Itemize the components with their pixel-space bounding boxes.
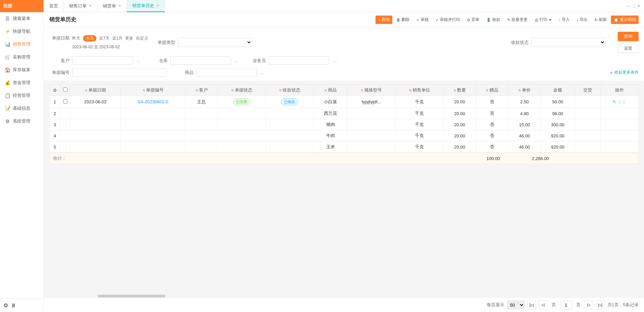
delete-button[interactable]: 🗑 删除	[394, 16, 412, 24]
warehouse-dots[interactable]: ...	[235, 58, 239, 63]
sidebar-item-system[interactable]: ⚙ 系统管理	[0, 115, 44, 128]
page-next-button[interactable]: ▷	[585, 301, 593, 309]
tab-sales-history-label: 销货单历史	[132, 3, 154, 9]
docno-input[interactable]	[72, 68, 167, 77]
collapse-button[interactable]: ∧ 收起更多条件	[610, 70, 639, 75]
col-settings[interactable]: ⚙	[50, 85, 60, 96]
scrollbar-thumb[interactable]	[98, 295, 165, 297]
tab-sales-order-label: 销售订单	[69, 3, 87, 9]
cell-row-num: 2	[50, 108, 60, 119]
shortcut-1month[interactable]: 近1月	[112, 35, 123, 41]
new-button[interactable]: + 新增	[375, 16, 392, 24]
doc-no-link[interactable]: SA-20230602-0	[138, 99, 168, 104]
shortcut-yesterday[interactable]: 昨天	[72, 35, 80, 41]
more-action[interactable]: ⋮⋮	[618, 100, 626, 104]
page-number-input[interactable]	[560, 301, 572, 309]
sidebar-item-basic-info[interactable]: 📝 基础信息	[0, 102, 44, 115]
cell-qty: 20.00	[443, 96, 476, 108]
tab-sales-order-close[interactable]: ✕	[89, 4, 92, 8]
footer-total-amount: 2,286.00	[513, 156, 567, 161]
sidebar-item-purchase-mgmt[interactable]: 🛒 采购管理	[0, 51, 44, 63]
select-all-checkbox[interactable]	[63, 87, 67, 92]
horizontal-scrollbar[interactable]	[44, 294, 644, 297]
system-icon: ⚙	[5, 119, 10, 124]
cell-customer	[185, 119, 218, 130]
query-button[interactable]: 查询	[618, 32, 639, 41]
sidebar-pause-icon[interactable]: ⏸	[11, 303, 16, 309]
table-row: 4 牛肉 千克 20.00 否 46.00 920.00	[50, 130, 639, 141]
col-actions: 操作	[600, 85, 638, 96]
purchase-mgmt-icon: 🛒	[5, 54, 10, 60]
col-spec[interactable]: ⇅规格型号	[347, 85, 395, 96]
col-gift[interactable]: ⇅赠品	[476, 85, 508, 96]
filter-row-3: 单据编号 商品 ... ∧ 收起更多条件	[49, 68, 639, 77]
cell-customer: 王总	[185, 96, 218, 108]
goods-input[interactable]	[196, 68, 257, 77]
cell-doc-status	[218, 119, 265, 130]
cell-checkbox	[60, 130, 71, 141]
tab-sales-history-close[interactable]: ✕	[156, 3, 159, 8]
page-last-button[interactable]: ▷|	[596, 301, 605, 309]
sidebar-item-finance[interactable]: 💰 资金管理	[0, 76, 44, 89]
salesperson-input[interactable]	[269, 56, 329, 65]
print-button[interactable]: 🖨 打印 ▼	[532, 16, 555, 24]
sidebar-item-inventory[interactable]: 🏠 库存核算	[0, 63, 44, 76]
collect-button[interactable]: 💲 收款	[483, 16, 503, 24]
col-customer[interactable]: ⇅客户	[185, 85, 218, 96]
customer-dots[interactable]: ...	[137, 58, 141, 63]
page-first-button[interactable]: |◁	[527, 301, 536, 309]
sidebar-item-sales-mgmt[interactable]: 📊 销售管理	[0, 38, 44, 51]
per-page-label: 每页显示	[487, 302, 504, 308]
batch-change-button[interactable]: ✎ 批量变更	[504, 16, 530, 24]
goods-dots[interactable]: ...	[261, 70, 265, 75]
tab-sales-history[interactable]: 销货单历史 ✕	[127, 0, 165, 12]
tabs-maximize-icon[interactable]: □	[633, 3, 635, 8]
cell-checkbox	[60, 119, 71, 130]
tab-home-label: 首页	[49, 3, 58, 9]
tabs-minimize-icon[interactable]: —	[626, 3, 631, 8]
sidebar-gear-icon[interactable]: ⚙	[3, 302, 8, 309]
customer-input[interactable]	[72, 56, 133, 65]
tab-sales-order[interactable]: 销售订单 ✕	[64, 0, 97, 12]
col-qty[interactable]: ⇅数量	[443, 85, 476, 96]
doc-type-select[interactable]	[178, 38, 252, 47]
row-checkbox[interactable]	[63, 99, 67, 104]
audit-button[interactable]: ✓ 审核	[414, 16, 431, 24]
tab-home[interactable]: 首页	[44, 0, 64, 12]
warehouse-input[interactable]	[170, 56, 231, 65]
abandon-button[interactable]: ⊘ 弃审	[464, 16, 482, 24]
col-goods[interactable]: ⇅商品	[314, 85, 347, 96]
import-button[interactable]: ↑ 导入	[556, 16, 572, 24]
sidebar-item-quick-nav[interactable]: ⚡ 快捷导航	[0, 25, 44, 38]
edit-action[interactable]: ✎	[613, 100, 616, 104]
col-price[interactable]: ⇅单价	[508, 85, 541, 96]
col-date[interactable]: ⇅单据日期	[71, 85, 121, 96]
sidebar-item-operation[interactable]: 📋 经营管理	[0, 89, 44, 102]
shortcut-today[interactable]: 今天	[83, 35, 96, 42]
show-detail-button[interactable]: 📋 显示明细	[611, 16, 639, 24]
col-unit[interactable]: ⇅销售单位	[395, 85, 443, 96]
col-payment-status[interactable]: ⇅收款状态	[266, 85, 314, 96]
tab-sales-delivery[interactable]: 销货单 ✕	[97, 0, 127, 12]
audit-print-button[interactable]: ✓ 审核并打印	[433, 16, 463, 24]
page-prev-button[interactable]: ◁	[539, 301, 548, 309]
per-page-select[interactable]: 50 100 200	[507, 301, 525, 309]
refresh-button[interactable]: ↻ 刷新	[592, 16, 610, 24]
shortcut-more[interactable]: 更多	[125, 35, 133, 41]
cell-goods: 牛肉	[314, 130, 347, 141]
finance-icon: 💰	[5, 80, 10, 85]
sidebar-item-search-menu[interactable]: ☰ 搜索菜单	[0, 12, 44, 25]
shortcut-7days[interactable]: 近7天	[99, 35, 110, 41]
cell-payment-status	[266, 141, 314, 153]
col-docno[interactable]: ⇅单据编号	[120, 85, 185, 96]
salesperson-dots[interactable]: ...	[333, 58, 337, 63]
cell-row-num: 1	[50, 96, 60, 108]
export-button[interactable]: ↓ 导出	[574, 16, 590, 24]
col-doc-status[interactable]: ⇅单据状态	[218, 85, 265, 96]
shortcut-custom[interactable]: 自定义	[136, 35, 148, 41]
batch-change-icon: ✎	[507, 18, 510, 22]
set-button[interactable]: 设置	[618, 44, 639, 53]
payment-status-select[interactable]	[531, 38, 606, 47]
tab-sales-delivery-close[interactable]: ✕	[118, 4, 121, 8]
tabs-close-icon[interactable]: ✕	[637, 3, 641, 8]
